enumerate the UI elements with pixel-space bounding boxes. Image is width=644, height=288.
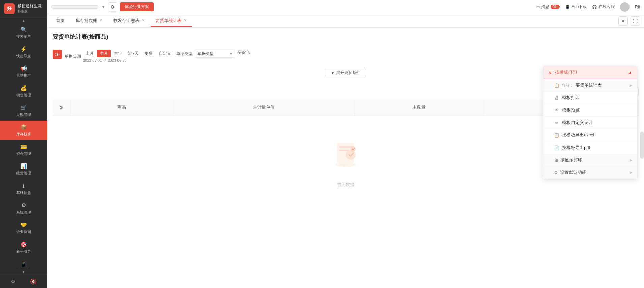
sidebar-item-search[interactable]: 🔍 搜索菜单 — [0, 23, 47, 42]
sidebar-item-label: 销售管理 — [16, 93, 31, 98]
date-tab-this-month[interactable]: 本月 — [97, 50, 111, 57]
sidebar-item-label: 采购管理 — [16, 112, 31, 117]
base-info-icon: ℹ — [23, 183, 25, 189]
sidebar-scroll-down[interactable]: ▼ — [0, 269, 47, 275]
audio-icon[interactable]: 🔇 — [30, 278, 37, 285]
sidebar-scroll-up[interactable]: ▲ — [0, 18, 47, 23]
user-name-item[interactable]: Rit — [635, 5, 640, 9]
set-default-icon: ⚙ — [554, 170, 558, 175]
sidebar-item-collab[interactable]: 🤝 企业协同 — [0, 218, 47, 238]
sidebar-item-operation[interactable]: 📊 经营管理 — [0, 160, 47, 179]
date-tab-custom[interactable]: 自定义 — [156, 50, 174, 57]
tab-close-icon[interactable]: ✕ — [99, 18, 103, 23]
date-range-text: 2023-06-01 至 2023-06-30 — [83, 58, 174, 63]
date-tab-7-days[interactable]: 近7天 — [125, 50, 141, 57]
sidebar-item-base-info[interactable]: ℹ 基础信息 — [0, 179, 47, 199]
scroll-up-icon[interactable]: ▲ — [22, 19, 25, 22]
settings-icon[interactable]: ⚙ — [11, 278, 16, 285]
sidebar-item-system[interactable]: ⚙ 系统管理 — [0, 199, 47, 218]
sidebar-item-label: 营销推广 — [16, 73, 31, 78]
tab-close-icon[interactable]: ✕ — [142, 18, 145, 23]
popup-current-row[interactable]: 📋 当前： 要货单统计表 ▶ — [543, 79, 637, 92]
popup-item-print[interactable]: 🖨 模板打印 — [543, 92, 637, 104]
popup-item-preview[interactable]: 👁 模板预览 — [543, 104, 637, 117]
expand-more-btn[interactable]: ▼ 展开更多条件 — [326, 68, 365, 78]
col-unit-label: 主计量单位 — [253, 105, 275, 110]
sidebar-item-guide[interactable]: 🎯 新手引导 — [0, 238, 47, 257]
top-bar-left: ▼ ⚙ 体验行业方案 — [51, 2, 534, 12]
message-item[interactable]: ✉ 消息 99+ — [536, 4, 560, 10]
col-product: 商品 — [70, 99, 173, 116]
tab-maximize-btn[interactable]: ⛶ — [631, 16, 640, 26]
tab-close-icon[interactable]: ✕ — [184, 18, 187, 23]
sidebar-item-finance[interactable]: 💳 资金管理 — [0, 140, 47, 160]
table-config-icon[interactable]: ⚙ — [57, 103, 66, 112]
popup-pdf-icon: 📄 — [554, 145, 559, 150]
set-default-label: 设置默认功能 — [560, 169, 586, 175]
bill-type-select[interactable]: 单据类型 — [195, 50, 235, 58]
sidebar-item-inventory[interactable]: 📦 库存核算 — [0, 121, 47, 140]
app-download-label: App下载 — [572, 4, 587, 10]
popup-display-print-row[interactable]: 🖥 按显示打印 ▶ — [543, 154, 637, 166]
popup-set-default-row[interactable]: ⚙ 设置默认功能 ▶ — [543, 166, 637, 179]
guide-icon: 🎯 — [20, 241, 27, 248]
trial-button[interactable]: 体验行业方案 — [120, 2, 154, 11]
sales-icon: 💰 — [20, 85, 27, 91]
popup-excel-icon: 📋 — [554, 133, 559, 138]
finance-icon: 💳 — [20, 143, 27, 150]
app-logo-icon: 好 — [4, 3, 15, 14]
sidebar-item-label: 库存核算 — [16, 132, 31, 137]
tab-label: 首页 — [56, 18, 65, 24]
popup-item-label: 按模板导出excel — [562, 132, 594, 138]
system-icon: ⚙ — [21, 202, 26, 209]
popup-print-icon: 🖨 — [554, 95, 559, 100]
empty-text: 暂无数据 — [337, 182, 354, 188]
scrollbar[interactable] — [640, 132, 644, 159]
avatar[interactable] — [620, 2, 630, 12]
popup-title: 🖨 按模板打印 — [548, 69, 577, 75]
message-badge: 99+ — [551, 5, 560, 9]
table-settings-th: ⚙ — [53, 99, 70, 116]
col-quantity: 主数量 — [354, 99, 483, 116]
search-dropdown-icon[interactable]: ▼ — [101, 5, 105, 9]
tab-inventory-batch[interactable]: 库存批次账 ✕ — [71, 15, 107, 27]
popup-item-export-excel[interactable]: 📋 按模板导出excel — [543, 129, 637, 141]
popup-item-label: 模板自定义设计 — [562, 120, 593, 126]
sidebar-item-quick-nav[interactable]: ⚡ 快捷导航 — [0, 42, 47, 62]
date-tab-more[interactable]: 更多 — [142, 50, 155, 57]
warehouse-label: 要货仓 — [238, 50, 250, 55]
sidebar-item-label: 新手引导 — [16, 249, 31, 254]
warehouse-filter-group: 要货仓 — [238, 50, 250, 55]
scroll-down-icon[interactable]: ▼ — [22, 270, 25, 274]
search-menu-icon: 🔍 — [20, 26, 27, 33]
tab-close-all-btn[interactable]: ✕ — [618, 16, 628, 26]
sidebar-logo: 好 畅捷通好生意 标准版 — [0, 0, 47, 18]
sidebar-item-label: 系统管理 — [16, 210, 31, 215]
popup-item-design[interactable]: ✏ 模板自定义设计 — [543, 117, 637, 129]
printer-icon: 🖨 — [548, 70, 552, 75]
tab-home[interactable]: 首页 — [51, 15, 69, 27]
popup-item-export-pdf[interactable]: 📄 按模板导出pdf — [543, 141, 637, 154]
online-service-item[interactable]: 🎧 在线客服 — [592, 4, 615, 10]
tab-requisition-stats[interactable]: 要货单统计表 ✕ — [151, 15, 192, 27]
user-name: Rit — [635, 5, 640, 9]
app-download-item[interactable]: 📱 App下载 — [565, 4, 587, 10]
set-default-arrow: ▶ — [630, 170, 632, 175]
sidebar-item-purchase[interactable]: 🛒 采购管理 — [0, 101, 47, 121]
expand-more-label: 展开更多条件 — [336, 70, 360, 76]
tab-collect-send[interactable]: 收发存汇总表 ✕ — [109, 15, 149, 27]
app-name: 畅捷通好生意 — [18, 4, 42, 9]
filter-expand-btn[interactable]: ≫ — [53, 50, 62, 59]
sidebar-item-marketing[interactable]: 📢 营销推广 — [0, 62, 47, 82]
popup-collapse-icon[interactable]: ▲ — [628, 70, 632, 75]
date-tab-last-month[interactable]: 上月 — [83, 50, 96, 57]
popup-design-icon: ✏ — [554, 120, 559, 125]
sidebar-item-sales[interactable]: 💰 销售管理 — [0, 82, 47, 101]
bill-type-label: 单据类型 — [176, 51, 193, 57]
gear-button[interactable]: ⚙ — [108, 2, 117, 12]
popup-preview-icon: 👁 — [554, 108, 559, 113]
app-download-icon: 📱 — [565, 5, 570, 9]
date-tab-this-year[interactable]: 本年 — [111, 50, 125, 57]
inventory-icon: 📦 — [20, 124, 27, 130]
sidebar-item-appstore[interactable]: 📱 应用中心 — [0, 257, 47, 269]
